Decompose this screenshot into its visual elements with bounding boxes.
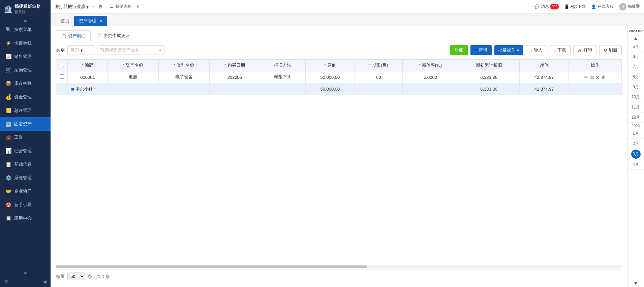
select-all-checkbox[interactable] (60, 63, 64, 67)
delete-icon[interactable]: 🗑 (601, 74, 606, 80)
sidebar-item-12[interactable]: 🤝企业协同 (0, 185, 51, 198)
sub-tab-asset-detail[interactable]: 📋 资产明细 (56, 30, 91, 41)
sidebar-item-14[interactable]: 🔲应用中心 (0, 212, 51, 225)
month-item-prev[interactable]: 8月 (627, 72, 644, 82)
sidebar-item-11[interactable]: ⚙️系统管理 (0, 171, 51, 185)
table-body: 000001 电脑 电子设备 202206 年限平均 50,000.00 60 … (56, 71, 622, 95)
th-code: * 编码 (68, 60, 108, 71)
th-original-value: * 原值 (306, 60, 355, 71)
horizontal-scrollbar[interactable] (56, 265, 622, 268)
online-service-label: 在线客服 (597, 4, 614, 9)
edit-icon[interactable]: ✏ (584, 74, 588, 80)
tab-home[interactable]: 首页 (56, 16, 74, 26)
year-label-current: 2023 (627, 123, 644, 129)
sidebar-item-9[interactable]: 📊经营管理 (0, 144, 51, 158)
sidebar-scroll-up[interactable] (0, 18, 51, 23)
month-item-current[interactable]: 2月 (627, 139, 644, 149)
sidebar-item-7[interactable]: 🏢固定资产 (0, 117, 51, 131)
month-item-prev[interactable]: 9月 (627, 82, 644, 92)
page-size-label: 每页 (56, 274, 65, 280)
batch-btn[interactable]: 批量操作 ▾ (494, 45, 523, 55)
sidebar-icon-11: ⚙️ (5, 175, 11, 181)
month-item-current[interactable]: 3月 (631, 150, 641, 159)
month-item-prev[interactable]: 5月 (627, 42, 644, 52)
sidebar-logo: 🏦 畅捷通好业财 普及版 (0, 0, 51, 18)
sidebar-item-1[interactable]: ⚡快捷导航 (0, 36, 51, 50)
month-item-prev[interactable]: 12月 (627, 113, 644, 123)
settings-icon[interactable]: ⚙ (4, 279, 8, 284)
sidebar-item-13[interactable]: 🎯新手引导 (0, 198, 51, 212)
filter-row: 类别 类别 ▾ 请选择固定资产类别 ▾ (56, 45, 164, 55)
month-item-prev[interactable]: 11月 (627, 102, 644, 113)
sidebar-icon-7: 🏢 (5, 121, 11, 127)
print-btn[interactable]: 🖨 打印 (573, 45, 596, 55)
topbar-gear-icon[interactable]: ⚙ (98, 4, 103, 9)
sidebar-icon-12: 🤝 (5, 188, 11, 194)
subtotal-empty6 (569, 83, 621, 95)
sidebar-item-2[interactable]: 📈销售管理 (0, 50, 51, 63)
service-icon: 👤 (591, 4, 596, 9)
sidebar-item-8[interactable]: 💼工资 (0, 131, 51, 144)
panel-close-btn[interactable]: ✕ (642, 29, 644, 33)
table-header-row: * 编码 * 资产名称 * 类别名称 * 购买日期 折旧方法 * 原值 * 期限… (56, 60, 622, 71)
message-label: 消息 (541, 4, 549, 9)
sidebar-icon-13: 🎯 (5, 202, 11, 208)
tab-asset-management[interactable]: 资产管理 × (74, 16, 107, 26)
more-icon[interactable]: ⧖ (596, 74, 599, 80)
batch-arrow-icon: ▾ (517, 48, 519, 53)
download-icon: 📱 (564, 4, 569, 9)
th-purchase-date: * 购买日期 (209, 60, 260, 71)
topbar-dropdown-icon[interactable]: ▾ (92, 4, 94, 9)
user-info[interactable]: U 畅捷通 (619, 3, 640, 10)
collapse-icon[interactable]: ◀ (43, 279, 47, 284)
topbar: 医疗器械行业演示 ▾ ⚙ ☁ 我要体验一下 💬 消息 99+ 📱 App下载 👤… (51, 0, 644, 13)
sidebar-item-5[interactable]: 💰资金管理 (0, 90, 51, 104)
month-item-current[interactable]: 4月 (627, 160, 644, 170)
panel-down-btn[interactable]: ▼ (632, 280, 640, 287)
topbar-feedback: ☁ 我要体验一下 (110, 4, 140, 9)
online-service-btn[interactable]: 👤 在线客服 (591, 4, 614, 9)
filter-category-arrow: ▾ (81, 48, 83, 53)
new-btn[interactable]: + 新增 (470, 45, 492, 55)
message-btn[interactable]: 💬 消息 99+ (534, 4, 558, 9)
sidebar-label-5: 资金管理 (14, 94, 32, 100)
month-item-prev[interactable]: 10月 (627, 92, 644, 102)
sidebar-scroll-down[interactable] (0, 271, 51, 276)
sidebar-label-4: 库存核算 (14, 81, 32, 87)
account-btn[interactable]: 对账 (450, 45, 468, 55)
feedback-label[interactable]: 我要体验一下 (115, 4, 140, 9)
row-checkbox-0[interactable] (60, 74, 64, 79)
app-download-btn[interactable]: 📱 App下载 (564, 4, 586, 9)
page-size-select[interactable]: 50 100 200 (67, 273, 85, 280)
sidebar-item-3[interactable]: 🛒采购管理 (0, 63, 51, 77)
print-label: 打印 (583, 47, 592, 53)
filter-asset-category[interactable]: 请选择固定资产类别 ▾ (97, 45, 164, 55)
th-action: 操作 (569, 60, 621, 71)
tab-home-label: 首页 (61, 18, 69, 23)
sidebar-label-7: 固定资产 (14, 121, 32, 127)
sidebar-item-6[interactable]: 📒总账管理 (0, 104, 51, 117)
sidebar-item-10[interactable]: 📋基础信息 (0, 158, 51, 171)
app-edition: 普及版 (14, 9, 41, 14)
horizontal-scrollbar-thumb[interactable] (56, 265, 367, 268)
copy-icon[interactable]: ⧉ (590, 74, 594, 80)
download-btn[interactable]: ↓ 下载 (550, 45, 571, 55)
pagination: 每页 50 100 200 条，共 1 条 (56, 269, 622, 283)
right-panel-months: 5月6月7月8月9月10月11月12月20231月2月3月4月 (627, 42, 644, 170)
tab-close-icon[interactable]: × (100, 18, 102, 23)
sidebar-label-1: 快捷导航 (14, 40, 32, 46)
filter-category-select[interactable]: 类别 ▾ (67, 45, 94, 55)
import-btn[interactable]: ↑ 导入 (526, 45, 547, 55)
refresh-btn[interactable]: ↻ 刷新 (599, 45, 622, 55)
right-panel-scroll: 5月6月7月8月9月10月11月12月20231月2月3月4月 (627, 42, 644, 280)
voucher-icon: 📄 (96, 33, 102, 38)
sidebar-item-4[interactable]: 📦库存核算 (0, 77, 51, 90)
month-item-prev[interactable]: 6月 (627, 52, 644, 62)
month-item-current[interactable]: 1月 (627, 129, 644, 139)
sidebar-item-0[interactable]: 🔍搜索菜单 (0, 23, 51, 36)
panel-up-btn[interactable]: ▲ (632, 34, 640, 42)
month-item-prev[interactable]: 7月 (627, 62, 644, 72)
topbar-right: 💬 消息 99+ 📱 App下载 👤 在线客服 U 畅捷通 (534, 3, 640, 10)
sub-tab-voucher[interactable]: 📄 变更生成凭证 (91, 30, 135, 41)
toolbar: 类别 类别 ▾ 请选择固定资产类别 ▾ 对账 + 新增 批量操作 ▾ (56, 45, 622, 55)
